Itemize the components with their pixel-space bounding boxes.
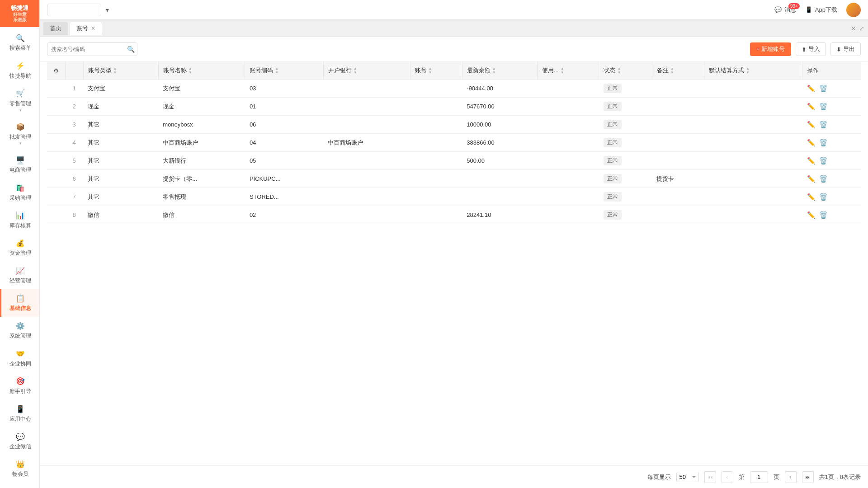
next-page-button[interactable]: › — [785, 471, 797, 483]
sidebar-item-biz-wechat[interactable]: 💬企业微信 — [0, 427, 39, 455]
col-header-account_name[interactable]: 账号名称▲▼ — [158, 62, 245, 80]
sidebar-item-finance-mgmt[interactable]: 💰资金管理 — [0, 234, 39, 262]
page-size-select[interactable]: 102050100 — [676, 472, 699, 482]
page-label-after: 页 — [774, 473, 779, 481]
cell-settings — [47, 188, 65, 206]
col-header-account_type[interactable]: 账号类型▲▼ — [83, 62, 158, 80]
maximize-tab-ctrl[interactable]: ⤢ — [859, 25, 864, 32]
sidebar-item-basic-info[interactable]: 📋基础信息 — [0, 289, 39, 317]
delete-icon[interactable]: 🗑️ — [819, 211, 828, 219]
cell-settings — [47, 98, 65, 116]
col-header-remark[interactable]: 备注▲▼ — [652, 62, 704, 80]
cell-account_code: PICKUPC... — [245, 170, 323, 188]
cell-bank — [323, 206, 410, 224]
cell-account_no — [410, 134, 462, 152]
delete-icon[interactable]: 🗑️ — [819, 84, 828, 93]
sort-icon-default_settle: ▲▼ — [746, 67, 750, 75]
sidebar-item-ecommerce-mgmt[interactable]: 🖥️电商管理 — [0, 151, 39, 178]
sidebar-item-biz-agreement[interactable]: 🤝企业协同 — [0, 344, 39, 372]
sidebar-item-system-mgmt[interactable]: ⚙️系统管理 — [0, 317, 39, 344]
cell-index: 1 — [65, 80, 83, 98]
cell-index: 3 — [65, 116, 83, 134]
app-download-action[interactable]: 📱 App下载 — [805, 6, 837, 14]
sidebar-item-search-menu[interactable]: 🔍搜索菜单 — [0, 29, 39, 56]
sort-icon-account_type: ▲▼ — [113, 67, 117, 75]
dropdown-button[interactable]: ▾ — [106, 6, 109, 14]
sidebar-item-retail-mgmt[interactable]: 🛒零售管理▾ — [0, 84, 39, 117]
delete-icon[interactable]: 🗑️ — [819, 157, 828, 165]
col-header-latest_balance[interactable]: 最新余额▲▼ — [462, 62, 537, 80]
last-page-button[interactable]: ⏭ — [802, 471, 814, 483]
cell-index: 7 — [65, 188, 83, 206]
cell-remark — [652, 98, 704, 116]
close-tab-ctrl[interactable]: ✕ — [851, 25, 856, 32]
member-icon: 👑 — [16, 460, 25, 469]
edit-icon[interactable]: ✏️ — [807, 84, 816, 93]
message-action[interactable]: 💬 消息 99+ — [774, 6, 796, 14]
cell-bank — [323, 170, 410, 188]
sidebar-item-wholesale-mgmt[interactable]: 📦批发管理▾ — [0, 117, 39, 151]
cell-settings — [47, 170, 65, 188]
edit-icon[interactable]: ✏️ — [807, 211, 816, 219]
settings-icon[interactable]: ⚙ — [53, 67, 59, 74]
sidebar-item-purchase-mgmt[interactable]: 🛍️采购管理 — [0, 178, 39, 206]
search-icon-button[interactable]: 🔍 — [127, 46, 135, 53]
delete-icon[interactable]: 🗑️ — [819, 139, 828, 147]
tab-account[interactable]: 账号✕ — [70, 22, 102, 35]
delete-icon[interactable]: 🗑️ — [819, 121, 828, 129]
add-account-button[interactable]: + 新增账号 — [750, 42, 791, 56]
cell-bank — [323, 98, 410, 116]
delete-icon[interactable]: 🗑️ — [819, 103, 828, 111]
edit-icon[interactable]: ✏️ — [807, 139, 816, 147]
user-avatar[interactable] — [846, 3, 861, 17]
col-header-account_no[interactable]: 账号▲▼ — [410, 62, 462, 80]
edit-icon[interactable]: ✏️ — [807, 157, 816, 165]
biz-agreement-icon: 🤝 — [16, 349, 25, 359]
sidebar-item-new-guide[interactable]: 🎯新手引导 — [0, 372, 39, 399]
sidebar-item-label: 企业协同 — [9, 360, 31, 368]
sidebar-item-label: 快捷导航 — [9, 72, 31, 80]
col-header-bank[interactable]: 开户银行▲▼ — [323, 62, 410, 80]
account-search-input[interactable] — [47, 42, 137, 56]
cell-default_settle — [704, 206, 802, 224]
sort-icon-account_code: ▲▼ — [275, 67, 278, 75]
delete-icon[interactable]: 🗑️ — [819, 175, 828, 183]
delete-icon[interactable]: 🗑️ — [819, 193, 828, 201]
sidebar-item-member[interactable]: 👑畅会员 — [0, 455, 39, 483]
sidebar-item-app-center[interactable]: 📱应用中心 — [0, 400, 39, 427]
col-header-account_code[interactable]: 账号编码▲▼ — [245, 62, 323, 80]
edit-icon[interactable]: ✏️ — [807, 193, 816, 201]
edit-icon[interactable]: ✏️ — [807, 103, 816, 111]
cell-account_name: 大新银行 — [158, 152, 245, 170]
cell-account_no — [410, 206, 462, 224]
sidebar-item-quick-nav[interactable]: ⚡快捷导航 — [0, 56, 39, 84]
edit-icon[interactable]: ✏️ — [807, 121, 816, 129]
new-guide-icon: 🎯 — [16, 376, 25, 386]
cell-action: ✏️ 🗑️ — [802, 98, 861, 116]
biz-wechat-icon: 💬 — [16, 432, 25, 442]
sidebar-item-ops-mgmt[interactable]: 📈经营管理 — [0, 262, 39, 289]
page-label-before: 第 — [739, 473, 745, 481]
export-button[interactable]: ⬇ 导出 — [830, 42, 861, 56]
prev-page-button[interactable]: ‹ — [722, 471, 733, 483]
status-badge: 正常 — [604, 192, 622, 202]
top-search-input[interactable] — [47, 4, 101, 16]
action-buttons: ✏️ 🗑️ — [807, 103, 856, 111]
first-page-button[interactable]: ⏮ — [704, 471, 716, 483]
basic-info-icon: 📋 — [16, 294, 25, 304]
cell-action: ✏️ 🗑️ — [802, 170, 861, 188]
col-header-default_settle[interactable]: 默认结算方式▲▼ — [704, 62, 802, 80]
import-button[interactable]: ⬆ 导入 — [796, 42, 826, 56]
status-badge: 正常 — [604, 156, 622, 165]
col-header-usage[interactable]: 使用...▲▼ — [537, 62, 599, 80]
edit-icon[interactable]: ✏️ — [807, 175, 816, 183]
tab-close-account[interactable]: ✕ — [91, 26, 95, 31]
cell-account_name: 现金 — [158, 98, 245, 116]
sidebar: 畅捷通 好生意 乐惠版 🔍搜索菜单⚡快捷导航🛒零售管理▾📦批发管理▾🖥️电商管理… — [0, 0, 40, 488]
col-header-status[interactable]: 状态▲▼ — [599, 62, 652, 80]
search-wrap: 🔍 — [47, 42, 137, 56]
tab-home[interactable]: 首页 — [43, 22, 68, 35]
sidebar-item-inventory[interactable]: 📊库存核算 — [0, 206, 39, 234]
table-row: 6其它提货卡（零...PICKUPC...正常提货卡 ✏️ 🗑️ — [47, 170, 861, 188]
page-number-input[interactable] — [750, 471, 768, 483]
